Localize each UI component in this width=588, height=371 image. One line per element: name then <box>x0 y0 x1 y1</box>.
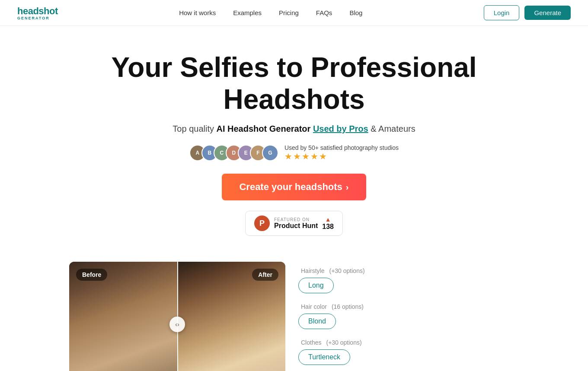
avatar: G <box>262 145 278 161</box>
social-text: Used by 50+ satisfied photography studio… <box>284 144 399 162</box>
ph-name-label: Product Hunt <box>274 222 318 230</box>
social-proof: A B C D E F G Used by 50+ satisfied phot… <box>9 144 579 162</box>
navbar: headshot GENERATOR How it works Examples… <box>0 0 588 26</box>
upvote-icon: ▲ <box>325 216 331 223</box>
hero-heading: Your Selfies to Professional Headshots <box>99 52 489 115</box>
chevron-right-icon: › <box>177 321 179 328</box>
hero-subheading: Top quality AI Headshot Generator Used b… <box>9 124 579 134</box>
nav-how-it-works[interactable]: How it works <box>179 9 216 16</box>
ph-votes: ▲ 138 <box>322 216 334 231</box>
after-label: After <box>252 269 278 281</box>
before-after-container: ‹ › Before After <box>69 262 285 371</box>
avatar-group: A B C D E F G <box>189 145 278 161</box>
hero-section: Your Selfies to Professional Headshots T… <box>0 26 588 253</box>
nav-blog[interactable]: Blog <box>349 9 362 16</box>
hair-color-option: Hair color (16 options) Blond <box>298 302 519 329</box>
nav-links: How it works Examples Pricing FAQs Blog <box>179 9 362 16</box>
nav-pricing[interactable]: Pricing <box>279 9 299 16</box>
demo-section: ‹ › Before After Hairstyle (+30 options)… <box>56 253 532 371</box>
ph-logo-icon: P <box>254 216 270 231</box>
nav-actions: Login Generate <box>484 5 571 20</box>
cta-arrow-icon: › <box>346 182 349 192</box>
logo-sub-text: GENERATOR <box>17 16 58 20</box>
clothes-option: Clothes (+30 options) Turtleneck <box>298 338 519 365</box>
logo-text: headshot <box>17 6 58 17</box>
hairstyle-selected[interactable]: Long <box>298 278 334 293</box>
hairstyle-option: Hairstyle (+30 options) Long <box>298 266 519 293</box>
hair-color-selected[interactable]: Blond <box>298 314 336 329</box>
used-by-pros-link[interactable]: Used by Pros <box>313 124 368 133</box>
clothes-label: Clothes (+30 options) <box>298 338 519 347</box>
divider-handle[interactable]: ‹ › <box>169 317 185 332</box>
vote-count: 138 <box>322 223 334 231</box>
hairstyle-label: Hairstyle (+30 options) <box>298 266 519 275</box>
ph-text: FEATURED ON Product Hunt <box>274 217 318 230</box>
clothes-selected[interactable]: Turtleneck <box>298 349 350 365</box>
ph-featured-label: FEATURED ON <box>274 217 318 222</box>
before-after-image: ‹ › Before After <box>69 262 285 371</box>
generate-button[interactable]: Generate <box>524 6 571 20</box>
product-hunt-badge[interactable]: P FEATURED ON Product Hunt ▲ 138 <box>245 211 343 236</box>
before-label: Before <box>76 269 107 281</box>
hair-color-label: Hair color (16 options) <box>298 302 519 311</box>
nav-examples[interactable]: Examples <box>233 9 262 16</box>
login-button[interactable]: Login <box>484 5 520 20</box>
cta-label: Create your headshots <box>239 181 342 193</box>
options-panel: Hairstyle (+30 options) Long Hair color … <box>298 262 519 371</box>
star-rating: ★★★★★ <box>284 151 399 162</box>
logo[interactable]: headshot GENERATOR <box>17 6 58 20</box>
social-count-text: Used by 50+ satisfied photography studio… <box>284 144 399 151</box>
create-headshots-button[interactable]: Create your headshots › <box>222 174 366 200</box>
nav-faqs[interactable]: FAQs <box>316 9 332 16</box>
